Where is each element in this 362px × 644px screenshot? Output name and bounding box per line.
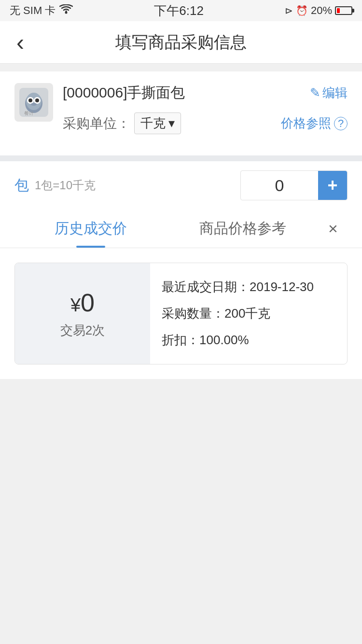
purchase-qty-label: 采购数量： [162,306,224,321]
product-header: 餐计 [0000006]手撕面包 ✎ 编辑 采购单位： 千克 ▾ [14,83,348,134]
discount-value: 100.00% [199,333,249,347]
section-divider [0,155,362,161]
tab-product-price-ref[interactable]: 商品价格参考 [167,210,319,248]
tab-history-price-label: 历史成交价 [55,219,127,238]
price-amount: ¥0 [70,288,95,317]
status-time: 下午6:12 [154,2,204,19]
price-card-section: ¥0 交易2次 最近成交日期：2019-12-30 采购数量：200千克 折扣：… [0,248,362,379]
tab-product-price-ref-label: 商品价格参考 [199,219,286,238]
plus-icon: + [327,175,337,196]
quantity-unit-ratio: 1包=10千克 [35,178,96,193]
status-right: ⊳ ⏰ 20% [285,4,352,17]
price-ref-button[interactable]: 价格参照 ? [281,115,348,132]
unit-value: 千克 [140,115,166,132]
purchase-unit-label: 采购单位： [63,114,130,133]
price-card-left: ¥0 交易2次 [15,263,150,364]
price-ref-label: 价格参照 [281,115,331,132]
price-card-right: 最近成交日期：2019-12-30 采购数量：200千克 折扣：100.00% [150,263,347,364]
product-name: [0000006]手撕面包 [63,83,185,103]
dropdown-arrow-icon: ▾ [168,116,175,131]
svg-point-6 [28,98,32,102]
tab-history-price[interactable]: 历史成交价 [14,210,167,248]
recent-date-value: 2019-12-30 [250,280,314,294]
price-ref-question-icon: ? [334,117,348,130]
quantity-plus-button[interactable]: + [318,171,347,200]
svg-point-8 [31,103,37,106]
purchase-qty-row: 采购数量：200千克 [162,304,335,323]
discount-row: 折扣：100.00% [162,331,335,350]
status-bar: 无 SIM 卡 下午6:12 ⊳ ⏰ 20% [0,0,362,21]
svg-point-7 [35,98,39,102]
tab-section: 历史成交价 商品价格参考 × ¥0 交易2次 最近成交日期：2019-12-30 [0,210,362,379]
battery-percent: 20% [311,4,332,17]
wifi-icon [59,4,73,17]
product-info: [0000006]手撕面包 ✎ 编辑 采购单位： 千克 ▾ 价格参照 ? [63,83,348,134]
no-sim-text: 无 SIM 卡 [10,3,56,18]
quantity-row: 包 1包=10千克 + [0,161,362,210]
battery-icon [335,6,352,15]
product-thumbnail: 餐计 [14,83,53,122]
unit-select-dropdown[interactable]: 千克 ▾ [134,112,181,134]
recent-date-label: 最近成交日期： [162,280,250,294]
quantity-input[interactable] [241,171,318,200]
tab-close-button[interactable]: × [319,214,348,243]
trade-count: 交易2次 [60,322,105,339]
svg-point-0 [65,12,68,14]
recent-date-row: 最近成交日期：2019-12-30 [162,278,335,296]
product-name-row: [0000006]手撕面包 ✎ 编辑 [63,83,348,103]
svg-text:餐计: 餐计 [24,111,34,116]
purchase-unit-row: 采购单位： 千克 ▾ 价格参照 ? [63,112,348,134]
edit-button[interactable]: ✎ 编辑 [310,84,348,101]
nav-bar: ‹ 填写商品采购信息 [0,21,362,64]
edit-icon: ✎ [310,85,320,100]
close-icon: × [328,219,338,238]
status-left: 无 SIM 卡 [10,3,73,18]
location-icon: ⊳ [285,5,293,16]
alarm-icon: ⏰ [296,5,308,16]
tab-bar: 历史成交价 商品价格参考 × [0,210,362,248]
quantity-input-wrap: + [240,170,348,200]
price-card: ¥0 交易2次 最近成交日期：2019-12-30 采购数量：200千克 折扣：… [14,263,348,364]
main-content-background [0,379,362,644]
price-yen-symbol: ¥ [70,295,81,315]
page-title: 填写商品采购信息 [115,31,247,54]
purchase-qty-value: 200千克 [224,306,270,321]
back-button[interactable]: ‹ [12,24,29,60]
price-value: 0 [81,289,95,317]
tab-active-underline [76,246,105,248]
discount-label: 折扣： [162,333,199,347]
edit-label: 编辑 [322,84,348,101]
product-section: 餐计 [0000006]手撕面包 ✎ 编辑 采购单位： 千克 ▾ [0,71,362,155]
quantity-unit-label: 包 [14,176,29,196]
product-thumb-svg: 餐计 [19,88,48,117]
